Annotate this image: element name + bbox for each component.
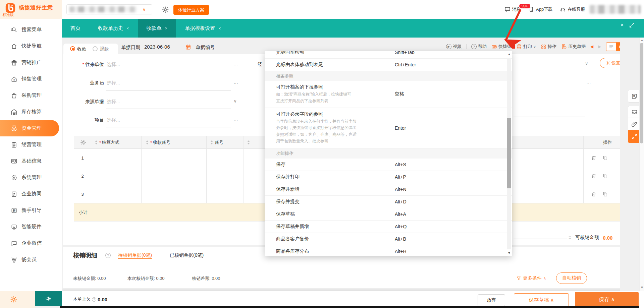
refund-radio[interactable]: 退款 bbox=[93, 46, 109, 52]
sidebar-item[interactable]: 搜索菜单 bbox=[0, 21, 62, 38]
sidebar-item[interactable]: 快捷导航 bbox=[0, 38, 62, 54]
field-ellipsis-button[interactable]: … bbox=[233, 117, 238, 122]
doc-date-value[interactable]: 2023-06-06 bbox=[144, 44, 170, 50]
attachment-button[interactable] bbox=[628, 118, 641, 130]
sidebar-item[interactable]: 畅会员 bbox=[0, 251, 62, 268]
document-tab[interactable]: 首页 bbox=[62, 19, 89, 38]
document-tab[interactable]: 收款单历史 × bbox=[89, 19, 138, 38]
panel-scroll-down-arrow[interactable]: ▼ bbox=[507, 251, 511, 255]
document-tab[interactable]: 收款单 × bbox=[138, 19, 176, 38]
cancel-button[interactable]: 放弃 bbox=[478, 294, 505, 306]
keyboard-icon bbox=[491, 44, 497, 50]
print-button[interactable]: 打印∨ bbox=[516, 44, 536, 50]
sidebar-item[interactable]: 库存核算 bbox=[0, 104, 62, 120]
trial-industry-button[interactable]: 体验行业方案 bbox=[173, 5, 209, 15]
save-draft-button[interactable]: 保存草稿 ∧ bbox=[514, 293, 569, 307]
grid-column-header[interactable] bbox=[247, 136, 252, 149]
field-placeholder[interactable]: 选择... bbox=[107, 117, 120, 123]
calendar-icon[interactable] bbox=[185, 44, 191, 50]
scroll-up-arrow[interactable]: ▲ bbox=[640, 38, 644, 42]
announcement-speaker[interactable] bbox=[35, 291, 62, 306]
online-service-button[interactable]: 在线客服 bbox=[560, 6, 585, 12]
tab-close-icon[interactable]: × bbox=[218, 26, 221, 31]
field-placeholder[interactable]: 选择... bbox=[107, 99, 120, 105]
redacted-org-name bbox=[69, 6, 137, 12]
delete-row-icon[interactable] bbox=[591, 155, 596, 161]
sidebar-item[interactable]: 采购管理 bbox=[0, 87, 62, 104]
fullscreen-button[interactable] bbox=[628, 130, 641, 143]
help-button[interactable]: ?帮助 bbox=[471, 44, 487, 50]
sidebar-item[interactable]: 新 新手引导 bbox=[0, 202, 62, 219]
receipt-radio[interactable]: 收款 bbox=[70, 46, 87, 52]
field-ellipsis-button[interactable]: … bbox=[233, 79, 238, 85]
svg-text:新: 新 bbox=[12, 209, 16, 212]
document-tab[interactable]: 单据模板设置 × bbox=[176, 19, 230, 38]
list-view-button[interactable] bbox=[606, 43, 616, 51]
more-filters-button[interactable]: 更多条件∧ bbox=[516, 275, 546, 281]
shortcut-key: Alt+N bbox=[395, 187, 407, 192]
page-scrollbar-thumb[interactable] bbox=[640, 43, 643, 143]
save-button[interactable]: 保存 ∧ bbox=[575, 292, 639, 307]
auto-writeoff-button[interactable]: 自动核销 bbox=[556, 272, 587, 284]
shortcut-label: 光标向前移动 bbox=[276, 51, 304, 55]
sidebar-item[interactable]: 智能硬件 bbox=[0, 219, 62, 235]
sidebar-item[interactable]: 营销推广 bbox=[0, 54, 62, 71]
header-settings-icon[interactable] bbox=[162, 6, 169, 13]
video-button[interactable]: ▶视频 bbox=[446, 44, 462, 50]
sidebar-item[interactable]: ¥ 资金管理 bbox=[0, 120, 59, 136]
shortcut-label: 保存并提交 bbox=[276, 199, 300, 204]
delete-row-icon[interactable] bbox=[591, 173, 596, 179]
close-icon[interactable]: × bbox=[621, 22, 624, 28]
field-placeholder[interactable]: 选择... bbox=[107, 62, 120, 68]
prev-doc-arrow[interactable]: ◀ bbox=[590, 44, 593, 49]
grid-column-header[interactable]: 账号 bbox=[210, 136, 223, 149]
copy-row-icon[interactable] bbox=[602, 191, 608, 197]
tab-done-writeoff[interactable]: 已核销单据(0笔) bbox=[170, 252, 204, 258]
org-select[interactable]: ∨ bbox=[66, 4, 152, 14]
field-label: 项目 bbox=[63, 117, 104, 123]
shortcut-key-button[interactable]: 快捷键 bbox=[491, 44, 512, 50]
delete-row-icon[interactable] bbox=[591, 191, 596, 197]
history-button[interactable]: 历史单据 bbox=[561, 44, 586, 50]
tray-button[interactable] bbox=[628, 106, 641, 118]
shortcut-label: 可打开必录字段的参照 bbox=[276, 111, 323, 117]
messages-button[interactable]: 消息 bbox=[504, 6, 521, 12]
chevron-down-icon[interactable]: ∨ bbox=[585, 61, 588, 66]
tab-close-icon[interactable]: × bbox=[165, 26, 168, 31]
grid-column-header[interactable]: *收款账号 bbox=[146, 136, 170, 149]
help-circle-icon[interactable]: ? bbox=[105, 253, 111, 258]
panel-scroll-up-arrow[interactable]: ▲ bbox=[507, 52, 511, 56]
draft-note-button[interactable]: 草 bbox=[628, 90, 641, 103]
sidebar-item[interactable]: 基础信息 bbox=[0, 153, 62, 169]
sidebar-item[interactable]: 经营管理 bbox=[0, 136, 62, 153]
app-download-button[interactable]: App下载 bbox=[528, 6, 552, 12]
sidebar-item-label: 采购管理 bbox=[21, 92, 42, 99]
shortcut-label: 保存草稿 bbox=[276, 211, 295, 217]
sidebar-item[interactable]: 企业微信 bbox=[0, 235, 62, 251]
doc-number-input[interactable] bbox=[217, 51, 264, 51]
shortcut-description: 当字段信息没有录入任何字符，并且当前字段 必录时，按快捷键可直接打开字段信息的弹… bbox=[276, 118, 395, 145]
expand-icon[interactable] bbox=[629, 22, 635, 28]
next-doc-arrow[interactable]: ▶ bbox=[598, 44, 601, 49]
shortcuts-panel: 光标向前移动 Shift+Tab 光标由表体移动到表尾 Ctrl+Enter 档… bbox=[265, 51, 512, 256]
field-ellipsis-button[interactable]: … bbox=[233, 61, 238, 66]
tab-pending-writeoff[interactable]: 待核销单据(0笔) bbox=[118, 252, 152, 258]
field-ellipsis-button[interactable]: … bbox=[586, 80, 591, 85]
sidebar-item[interactable]: $ 销售管理 bbox=[0, 71, 62, 87]
grid-settings-gear-icon[interactable] bbox=[80, 136, 86, 149]
gear-icon[interactable] bbox=[10, 296, 17, 303]
copy-row-icon[interactable] bbox=[602, 173, 608, 179]
field-underline bbox=[106, 72, 231, 72]
grid-column-header[interactable]: *结算方式 bbox=[95, 136, 119, 149]
sidebar-item[interactable]: 系统管理 bbox=[0, 169, 62, 186]
writeoff-amount-formula: =可核销金额0.00 bbox=[569, 235, 612, 241]
panel-scrollbar-thumb[interactable] bbox=[507, 118, 511, 188]
field-placeholder[interactable]: 选择... bbox=[107, 80, 120, 86]
scroll-down-arrow[interactable]: ▼ bbox=[640, 286, 644, 289]
shortcut-key: Alt+Q bbox=[395, 224, 407, 229]
copy-row-icon[interactable] bbox=[602, 155, 608, 161]
sidebar-item[interactable]: 企业协同 bbox=[0, 186, 62, 202]
operations-button[interactable]: 操作 bbox=[541, 44, 556, 50]
field-chevron-button[interactable]: ∨ bbox=[233, 98, 237, 104]
tab-close-icon[interactable]: × bbox=[126, 26, 129, 31]
